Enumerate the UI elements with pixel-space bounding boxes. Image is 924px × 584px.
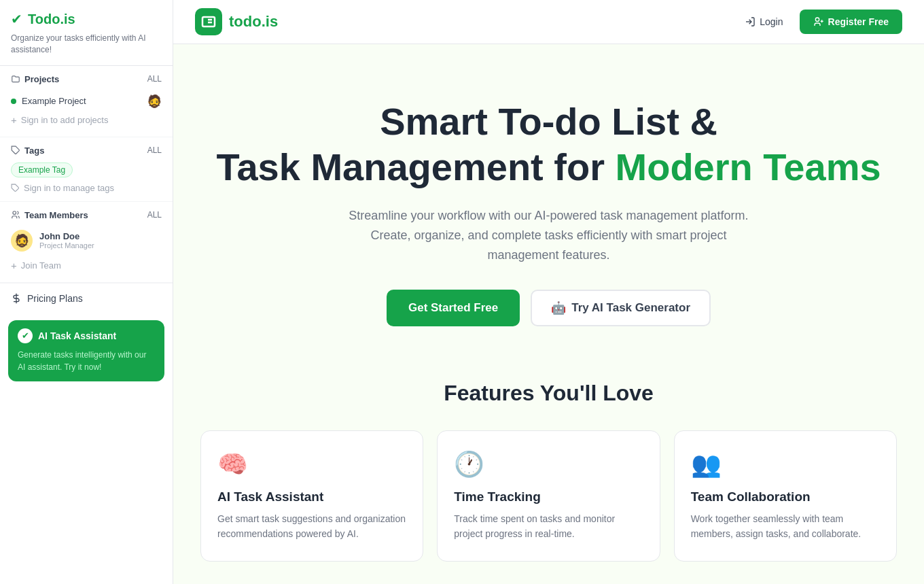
projects-title: Projects	[11, 74, 59, 84]
time-feature-name: Time Tracking	[454, 489, 643, 504]
sign-in-tags[interactable]: Sign in to manage tags	[11, 183, 162, 193]
team-section-header: Team Members ALL	[11, 210, 162, 220]
time-feature-icon: 🕐	[454, 450, 643, 479]
dollar-icon	[11, 293, 22, 304]
login-button[interactable]: Login	[736, 11, 791, 33]
team-member-john: 🧔 John Doe Project Manager	[11, 227, 162, 254]
topnav-logo: todo.is	[195, 8, 278, 35]
svg-point-9	[815, 18, 819, 21]
hero-section: Smart To-do List & Task Management for M…	[173, 44, 924, 367]
hero-buttons: Get Started Free 🤖 Try AI Task Generator	[200, 290, 897, 326]
example-project-item[interactable]: Example Project 🧔	[11, 91, 162, 111]
register-button[interactable]: Register Free	[800, 10, 902, 34]
project-avatar: 🧔	[147, 94, 162, 109]
topnav-logo-icon	[195, 8, 222, 35]
feature-card-team: 👥 Team Collaboration Work together seaml…	[674, 430, 897, 562]
ai-banner-desc: Generate tasks intelligently with our AI…	[18, 349, 155, 373]
ai-generator-button[interactable]: 🤖 Try AI Task Generator	[531, 290, 711, 326]
main-content: todo.is Login Register Free Smart To-do …	[173, 0, 924, 584]
team-icon	[11, 210, 20, 220]
robot-icon: 🤖	[551, 300, 566, 315]
sidebar-header: ✔ Todo.is Organize your tasks efficientl…	[0, 0, 173, 66]
sidebar-logo: ✔ Todo.is	[11, 11, 162, 27]
example-project-label: Example Project	[22, 96, 86, 106]
tag-icon	[11, 145, 20, 155]
topnav-actions: Login Register Free	[736, 10, 902, 34]
sign-in-projects[interactable]: + Sign in to add projects	[11, 111, 162, 128]
team-feature-desc: Work together seamlessly with team membe…	[691, 511, 880, 542]
feature-card-time: 🕐 Time Tracking Track time spent on task…	[437, 430, 660, 562]
project-status-dot	[11, 99, 16, 104]
tags-title: Tags	[11, 145, 44, 156]
projects-section: Projects ALL Example Project 🧔 + Sign in…	[0, 66, 173, 137]
register-icon	[813, 16, 824, 27]
projects-all-link[interactable]: ALL	[147, 74, 162, 84]
hero-title: Smart To-do List & Task Management for M…	[200, 99, 897, 190]
get-started-button[interactable]: Get Started Free	[387, 290, 520, 326]
member-name: John Doe	[39, 231, 94, 241]
features-grid: 🧠 AI Task Assistant Get smart task sugge…	[200, 430, 897, 562]
features-section: Features You'll Love 🧠 AI Task Assistant…	[173, 367, 924, 584]
join-team-button[interactable]: + Join Team	[11, 254, 162, 274]
feature-card-ai: 🧠 AI Task Assistant Get smart task sugge…	[200, 430, 423, 562]
ai-feature-icon: 🧠	[217, 450, 406, 479]
pricing-label: Pricing Plans	[27, 293, 83, 304]
top-nav: todo.is Login Register Free	[173, 0, 924, 44]
ai-check-icon: ✔	[18, 328, 33, 343]
example-tag[interactable]: Example Tag	[11, 162, 73, 177]
sidebar-logo-text: Todo.is	[28, 12, 75, 27]
team-title: Team Members	[11, 210, 88, 220]
tags-section: Tags ALL Example Tag Sign in to manage t…	[0, 137, 173, 202]
ai-feature-desc: Get smart task suggestions and organizat…	[217, 511, 406, 542]
tag-manage-icon	[11, 184, 20, 192]
team-feature-name: Team Collaboration	[691, 489, 880, 504]
features-title: Features You'll Love	[200, 381, 897, 406]
tags-all-link[interactable]: ALL	[147, 145, 162, 155]
ai-feature-name: AI Task Assistant	[217, 489, 406, 504]
hero-subtitle: Streamline your workflow with our AI-pow…	[345, 206, 753, 264]
member-role: Project Manager	[39, 241, 94, 250]
svg-point-1	[13, 211, 16, 215]
plus-join-icon: +	[11, 260, 17, 271]
folder-icon	[11, 74, 20, 84]
pricing-plans-item[interactable]: Pricing Plans	[0, 283, 173, 313]
team-feature-icon: 👥	[691, 450, 880, 479]
ai-banner-title: AI Task Assistant	[38, 330, 116, 341]
tags-section-header: Tags ALL	[11, 145, 162, 156]
ai-assistant-banner[interactable]: ✔ AI Task Assistant Generate tasks intel…	[8, 320, 164, 381]
projects-section-header: Projects ALL	[11, 74, 162, 84]
login-icon	[745, 16, 756, 27]
time-feature-desc: Track time spent on tasks and monitor pr…	[454, 511, 643, 542]
checkmark-icon: ✔	[11, 11, 22, 27]
sidebar-tagline: Organize your tasks efficiently with AI …	[11, 33, 162, 56]
todo-icon	[200, 14, 217, 30]
topnav-logo-text: todo.is	[229, 13, 278, 31]
plus-icon: +	[11, 114, 17, 126]
team-members-section: Team Members ALL 🧔 John Doe Project Mana…	[0, 202, 173, 283]
sidebar: ✔ Todo.is Organize your tasks efficientl…	[0, 0, 173, 584]
member-avatar: 🧔	[11, 230, 33, 252]
team-all-link[interactable]: ALL	[147, 210, 162, 220]
